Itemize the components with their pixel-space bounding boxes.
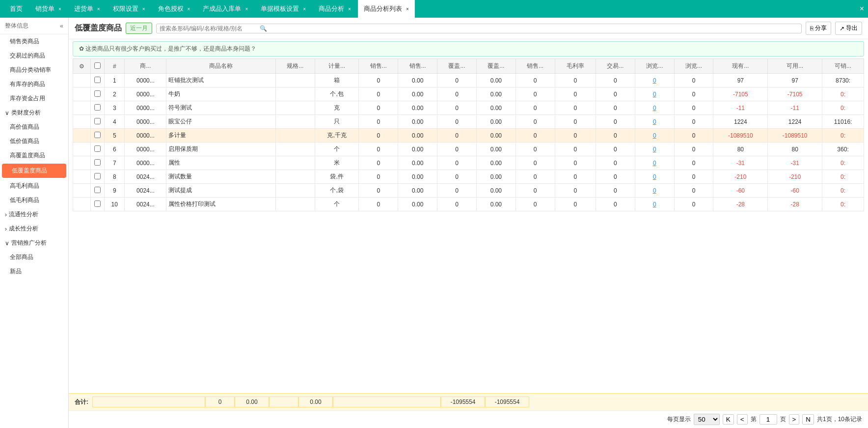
sidebar-item-traded-goods[interactable]: 交易过的商品 <box>0 49 68 63</box>
select-all-checkbox[interactable] <box>94 62 101 69</box>
cell-code: 0000... <box>125 156 166 170</box>
close-icon[interactable]: × <box>97 6 100 12</box>
cell-spec <box>275 101 315 115</box>
cell-sales-amount: 0.00 <box>398 87 437 101</box>
cell-checkbox[interactable] <box>91 156 105 170</box>
sidebar-section-yingxiao[interactable]: ∨ 营销推广分析 <box>0 236 68 250</box>
export-button[interactable]: ↗ 导出 <box>835 22 862 35</box>
row-checkbox[interactable] <box>94 104 101 111</box>
sidebar-section-caijidu[interactable]: ∨ 类财度分析 <box>0 106 68 120</box>
cell-browse1[interactable]: 0 <box>635 115 674 129</box>
cell-browse1[interactable]: 0 <box>635 198 674 211</box>
table-header-row: ⚙ # 商... 商品名称 规格... 计量... 销售... 销售... 覆盖… <box>73 59 864 74</box>
sidebar-item-stock-goods[interactable]: 有库存的商品 <box>0 77 68 91</box>
sidebar-item-low-value[interactable]: 低价值商品 <box>0 134 68 148</box>
th-sales-amount: 销售... <box>398 59 437 74</box>
cell-browse1[interactable]: 0 <box>635 170 674 184</box>
close-icon[interactable]: × <box>303 6 306 12</box>
close-icon[interactable]: × <box>58 6 61 12</box>
footer-sales-amount: 0.00 <box>235 397 269 407</box>
cell-trade-count: 0 <box>596 184 635 198</box>
prev-page-button[interactable]: < <box>737 414 748 425</box>
first-page-button[interactable]: K <box>723 414 734 425</box>
cell-available: -31 <box>768 156 822 170</box>
row-checkbox[interactable] <box>94 132 101 138</box>
cell-checkbox[interactable] <box>91 101 105 115</box>
close-icon[interactable]: × <box>406 6 409 12</box>
sidebar-section-chengzhang[interactable]: › 成长性分析 <box>0 222 68 236</box>
page-input[interactable] <box>760 414 777 425</box>
cell-sales-days: 0 <box>515 143 555 156</box>
cell-gross-rate: 0 <box>555 74 596 87</box>
th-code: 商... <box>125 59 166 74</box>
th-current-stock: 现有... <box>713 59 768 74</box>
sidebar-item-high-value[interactable]: 高价值商品 <box>0 120 68 134</box>
cell-checkbox[interactable] <box>91 87 105 101</box>
cell-checkbox[interactable] <box>91 198 105 211</box>
cell-browse1[interactable]: 0 <box>635 184 674 198</box>
sidebar-item-low-profit[interactable]: 低毛利商品 <box>0 193 68 207</box>
cell-checkbox[interactable] <box>91 184 105 198</box>
sidebar-item-high-profit[interactable]: 高毛利商品 <box>0 179 68 193</box>
nav-tab-analysis-list[interactable]: 商品分析列表 × <box>358 0 415 18</box>
last-page-button[interactable]: N <box>802 414 814 425</box>
collapse-icon[interactable]: « <box>60 23 63 29</box>
sidebar-item-low-coverage[interactable]: 低覆盖度商品 <box>2 164 66 178</box>
row-checkbox[interactable] <box>94 159 101 166</box>
cell-browse1[interactable]: 0 <box>635 129 674 143</box>
cell-sales-count: 0 <box>359 143 398 156</box>
table-wrapper[interactable]: ⚙ # 商... 商品名称 规格... 计量... 销售... 销售... 覆盖… <box>69 58 868 393</box>
cell-checkbox[interactable] <box>91 143 105 156</box>
date-filter-button[interactable]: 近一月 <box>126 23 152 34</box>
nav-tab-role[interactable]: 角色授权 × <box>152 0 196 18</box>
th-checkbox[interactable] <box>91 59 105 74</box>
nav-tab-permissions[interactable]: 权限设置 × <box>107 0 151 18</box>
cell-browse1[interactable]: 0 <box>635 143 674 156</box>
nav-tab-products[interactable]: 产成品入库单 × <box>197 0 254 18</box>
row-checkbox[interactable] <box>94 145 101 152</box>
per-page-select[interactable]: 50 20 100 200 <box>694 414 720 425</box>
cell-available: -28 <box>768 198 822 211</box>
close-icon[interactable]: × <box>348 6 351 12</box>
cell-num: 5 <box>105 129 125 143</box>
close-icon[interactable]: × <box>142 6 145 12</box>
nav-tab-sales[interactable]: 销货单 × <box>29 0 67 18</box>
cell-checkbox[interactable] <box>91 74 105 87</box>
close-all-button[interactable]: × <box>860 4 864 13</box>
nav-tab-template[interactable]: 单据模板设置 × <box>255 0 312 18</box>
cell-checkbox[interactable] <box>91 170 105 184</box>
sidebar-section-liutong[interactable]: › 流通性分析 <box>0 207 68 222</box>
search-input[interactable] <box>160 25 258 32</box>
cell-browse1[interactable]: 0 <box>635 156 674 170</box>
cell-num: 2 <box>105 87 125 101</box>
cell-checkbox[interactable] <box>91 129 105 143</box>
nav-tab-home[interactable]: 首页 <box>4 0 28 18</box>
sidebar-item-high-coverage[interactable]: 高覆盖度商品 <box>0 148 68 163</box>
cell-current-stock: -31 <box>713 156 768 170</box>
sidebar-item-all-goods[interactable]: 全部商品 <box>0 250 68 264</box>
row-checkbox[interactable] <box>94 187 101 193</box>
row-checkbox[interactable] <box>94 200 101 207</box>
cell-available: 80 <box>768 143 822 156</box>
cell-browse1[interactable]: 0 <box>635 87 674 101</box>
sidebar-item-category-rate[interactable]: 商品分类动销率 <box>0 63 68 77</box>
row-checkbox[interactable] <box>94 77 101 83</box>
cell-browse1[interactable]: 0 <box>635 101 674 115</box>
cell-browse1[interactable]: 0 <box>635 74 674 87</box>
top-navigation: 首页 销货单 × 进货单 × 权限设置 × 角色授权 × 产成品入库单 × 单据… <box>0 0 868 18</box>
close-icon[interactable]: × <box>245 6 248 12</box>
row-checkbox[interactable] <box>94 90 101 97</box>
nav-tab-purchase[interactable]: 进货单 × <box>68 0 106 18</box>
share-button[interactable]: ⎘ 分享 <box>806 22 831 35</box>
close-icon[interactable]: × <box>188 6 190 12</box>
th-settings[interactable]: ⚙ <box>73 59 91 74</box>
nav-tab-analysis[interactable]: 商品分析 × <box>313 0 357 18</box>
row-checkbox[interactable] <box>94 118 101 124</box>
cell-checkbox[interactable] <box>91 115 105 129</box>
row-checkbox[interactable] <box>94 173 101 179</box>
cell-name: 牛奶 <box>166 87 276 101</box>
next-page-button[interactable]: > <box>789 414 800 425</box>
sidebar-item-new-goods[interactable]: 新品 <box>0 264 68 279</box>
sidebar-item-sales-goods[interactable]: 销售类商品 <box>0 34 68 49</box>
sidebar-item-capital[interactable]: 库存资金占用 <box>0 91 68 106</box>
